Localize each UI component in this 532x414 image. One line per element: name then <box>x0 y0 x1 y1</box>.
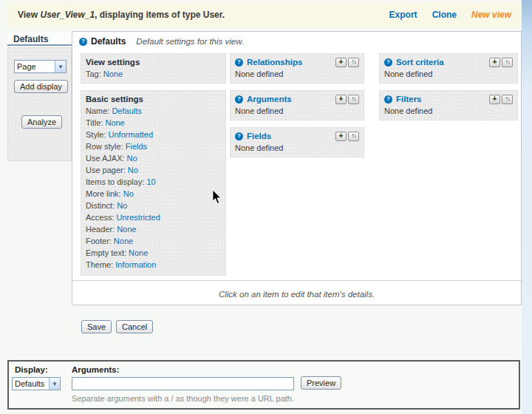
setting-value-link[interactable]: No <box>128 166 138 174</box>
filters-title-link[interactable]: Filters <box>396 95 422 104</box>
add-icon[interactable]: + <box>489 95 500 104</box>
add-icon[interactable]: + <box>335 95 347 104</box>
rearrange-icon[interactable]: ↑↓ <box>348 132 359 141</box>
display-controls: Page ▼ Add display Analyze <box>7 47 72 161</box>
panel-header: ? Defaults Default settings for this vie… <box>79 36 244 47</box>
cancel-button[interactable]: Cancel <box>116 320 153 333</box>
setting-value-link[interactable]: No <box>123 189 134 198</box>
bucket-actions: + ↑↓ <box>335 95 359 104</box>
bucket-header: ? Arguments + ↑↓ <box>235 93 359 105</box>
setting-value-link[interactable]: Information <box>115 260 156 269</box>
bucket-empty-text: None defined <box>384 105 513 118</box>
setting-value-link[interactable]: None <box>103 69 123 78</box>
analyze-button[interactable]: Analyze <box>21 115 62 129</box>
setting-row: Row style:Fields <box>86 140 221 152</box>
setting-label: Header: <box>86 225 115 234</box>
display-type-select[interactable]: Page ▼ <box>14 60 66 73</box>
setting-row: Distinct:No <box>86 200 221 211</box>
rearrange-icon[interactable]: ↑↓ <box>348 58 359 67</box>
header-links: Export Clone New view <box>389 10 511 20</box>
arguments-input[interactable] <box>72 377 294 390</box>
bucket-header: ? Sort criteria + ↑↓ <box>384 56 513 68</box>
rearrange-icon[interactable]: ↑↓ <box>502 95 513 104</box>
save-button[interactable]: Save <box>81 320 112 333</box>
setting-label: Empty text: <box>86 248 126 257</box>
setting-value-link[interactable]: No <box>127 154 137 163</box>
preview-button[interactable]: Preview <box>301 376 341 390</box>
setting-label: Name: <box>86 106 109 115</box>
help-icon[interactable]: ? <box>235 132 243 140</box>
setting-row: Title:None <box>86 117 221 129</box>
header-message: View User_View_1, displaying items of ty… <box>18 10 225 20</box>
setting-label: Theme: <box>86 260 113 269</box>
setting-value-link[interactable]: Defaults <box>112 106 141 115</box>
new-view-link[interactable]: New view <box>471 10 511 20</box>
fields-title-link[interactable]: Fields <box>247 132 271 140</box>
add-display-button[interactable]: Add display <box>14 80 68 93</box>
chevron-down-icon: ▼ <box>55 61 66 72</box>
setting-label: Style: <box>86 130 106 139</box>
setting-value-link[interactable]: None <box>117 225 136 234</box>
setting-label: Tag: <box>86 69 101 78</box>
setting-row: Style:Unformatted <box>86 129 221 140</box>
setting-label: Access: <box>86 213 115 222</box>
rearrange-icon[interactable]: ↑↓ <box>502 58 513 67</box>
bucket-actions: + ↑↓ <box>489 58 513 67</box>
views-ui-screen: View User_View_1, displaying items of ty… <box>0 0 532 414</box>
arguments-help-text: Separate arguments with a / as though th… <box>72 394 294 403</box>
panel-footer-note: Click on an item to edit that item's det… <box>72 290 521 299</box>
setting-value-link[interactable]: Unformatted <box>109 130 154 139</box>
tab-defaults[interactable]: Defaults <box>7 33 72 46</box>
preview-display-value: Defaults <box>13 379 49 388</box>
bucket-empty-text: None defined <box>235 105 359 118</box>
bucket-empty-text: None defined <box>235 68 359 81</box>
setting-row: More link:No <box>86 188 221 200</box>
sort-criteria-box: ? Sort criteria + ↑↓ None defined <box>379 53 518 84</box>
arguments-box: ? Arguments + ↑↓ None defined <box>230 90 364 121</box>
relationships-title-link[interactable]: Relationships <box>247 58 302 67</box>
setting-row: Header:None <box>86 223 221 235</box>
help-icon[interactable]: ? <box>384 58 392 67</box>
bucket-actions: + ↑↓ <box>335 58 359 67</box>
setting-row: Use AJAX:No <box>86 152 221 164</box>
display-label: Display: <box>15 365 48 374</box>
setting-value-link[interactable]: None <box>129 248 148 257</box>
help-icon[interactable]: ? <box>384 95 392 104</box>
header-message-bar: View User_View_1, displaying items of ty… <box>7 3 522 27</box>
setting-value-link[interactable]: No <box>117 201 127 210</box>
bucket-empty-text: None defined <box>235 142 359 155</box>
add-icon[interactable]: + <box>489 58 500 67</box>
add-icon[interactable]: + <box>335 132 347 141</box>
help-icon[interactable]: ? <box>235 58 243 67</box>
help-icon[interactable]: ? <box>79 38 87 46</box>
export-link[interactable]: Export <box>389 10 417 20</box>
bucket-actions: + ↑↓ <box>335 132 359 141</box>
setting-row: Footer:None <box>86 235 221 247</box>
add-icon[interactable]: + <box>335 58 347 67</box>
setting-value-link[interactable]: None <box>114 237 133 245</box>
clone-link[interactable]: Clone <box>432 10 457 20</box>
rearrange-icon[interactable]: ↑↓ <box>348 95 359 104</box>
help-icon[interactable]: ? <box>235 95 243 104</box>
setting-row: Tag:None <box>86 68 221 80</box>
setting-label: Distinct: <box>86 201 115 210</box>
fields-box: ? Fields + ↑↓ None defined <box>230 127 364 157</box>
sort-criteria-title-link[interactable]: Sort criteria <box>396 58 444 67</box>
header-suffix: , displaying items of type User. <box>95 10 225 20</box>
view-settings-box: View settings Tag:None <box>81 53 226 84</box>
bucket-header: ? Fields + ↑↓ <box>235 130 359 142</box>
live-preview-panel: Display: Defaults ▼ Arguments: Preview S… <box>7 360 520 410</box>
setting-value-link[interactable]: None <box>105 118 124 127</box>
basic-settings-title: Basic settings <box>86 93 221 105</box>
display-type-value: Page <box>15 62 55 71</box>
setting-row: Access:Unrestricted <box>86 211 221 223</box>
setting-value-link[interactable]: Unrestricted <box>117 213 160 222</box>
window-edge-strip <box>522 0 532 414</box>
arguments-title-link[interactable]: Arguments <box>247 95 292 104</box>
panel-divider <box>72 280 521 281</box>
setting-value-link[interactable]: 10 <box>146 177 155 186</box>
setting-value-link[interactable]: Fields <box>126 142 147 151</box>
preview-display-select[interactable]: Defaults ▼ <box>12 377 61 390</box>
bucket-header: ? Filters + ↑↓ <box>384 93 513 105</box>
bucket-empty-text: None defined <box>384 68 513 81</box>
